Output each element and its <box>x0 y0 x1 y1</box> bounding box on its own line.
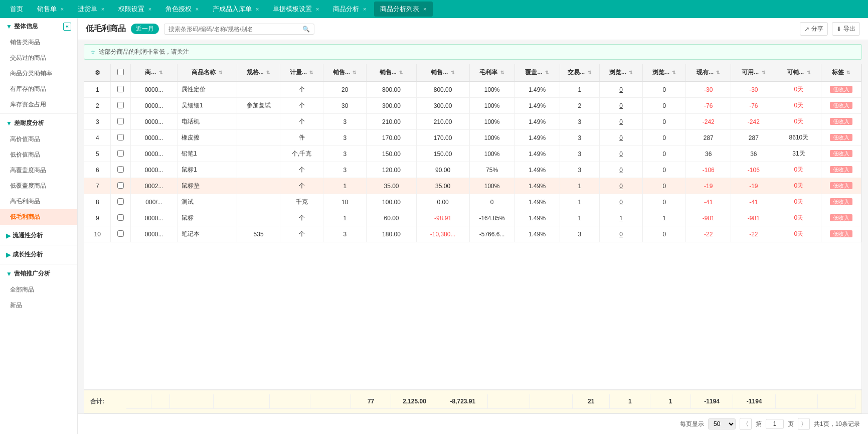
close-sales-order-icon[interactable]: × <box>61 6 64 12</box>
col-available[interactable]: 可用... ⇅ <box>731 64 776 81</box>
col-browse1[interactable]: 浏览... ⇅ <box>600 64 643 81</box>
col-code[interactable]: 商... ⇅ <box>131 64 178 81</box>
nav-permission-settings[interactable]: 权限设置 × <box>112 2 157 17</box>
row-browse1[interactable]: 0 <box>600 98 643 114</box>
browse1-link[interactable]: 0 <box>619 167 623 174</box>
search-input[interactable] <box>168 26 302 33</box>
browse1-link[interactable]: 0 <box>619 231 623 238</box>
close-product-inbound-icon[interactable]: × <box>256 6 259 12</box>
export-button[interactable]: ⬇ 导出 <box>832 22 860 36</box>
row-checkbox-cell[interactable] <box>111 130 131 146</box>
browse1-link[interactable]: 0 <box>619 102 623 109</box>
col-sales3[interactable]: 销售... ⇅ <box>416 64 469 81</box>
page-number-input[interactable] <box>766 419 784 429</box>
search-box[interactable]: 🔍 <box>164 24 314 35</box>
nav-home[interactable]: 首页 <box>4 2 29 17</box>
browse1-link[interactable]: 0 <box>619 183 623 190</box>
select-all-checkbox[interactable] <box>117 69 124 75</box>
row-checkbox-cell[interactable] <box>111 81 131 98</box>
row-checkbox[interactable] <box>117 118 124 124</box>
prev-page-button[interactable]: 〈 <box>740 418 752 430</box>
close-purchase-order-icon[interactable]: × <box>101 6 104 12</box>
sidebar-item-high-coverage[interactable]: 高覆盖度商品 <box>0 163 77 178</box>
row-checkbox-cell[interactable] <box>111 162 131 178</box>
row-checkbox[interactable] <box>117 102 124 108</box>
search-icon[interactable]: 🔍 <box>302 26 310 33</box>
nav-product-inbound[interactable]: 产成品入库单 × <box>207 2 265 17</box>
browse1-link[interactable]: 0 <box>619 199 623 206</box>
sidebar-item-low-margin[interactable]: 低毛利商品 <box>0 209 77 225</box>
row-browse1[interactable]: 1 <box>600 210 643 226</box>
row-browse1[interactable]: 0 <box>600 81 643 98</box>
page-size-select[interactable]: 50 100 200 <box>708 418 736 429</box>
col-checkbox[interactable] <box>111 64 131 81</box>
nav-purchase-order[interactable]: 进货单 × <box>72 2 110 17</box>
sidebar-item-category-assist[interactable]: 商品分类助销率 <box>0 66 77 81</box>
col-saleable[interactable]: 可销... ⇅ <box>776 64 821 81</box>
close-analysis-icon[interactable]: × <box>363 6 366 12</box>
row-checkbox[interactable] <box>117 230 124 237</box>
browse1-link[interactable]: 0 <box>619 118 623 125</box>
row-browse1[interactable]: 0 <box>600 194 643 210</box>
row-checkbox[interactable] <box>117 182 124 189</box>
col-margin[interactable]: 毛利率 ⇅ <box>469 64 514 81</box>
nav-sales-order[interactable]: 销售单 × <box>31 2 70 17</box>
col-name[interactable]: 商品名称 ⇅ <box>177 64 237 81</box>
row-checkbox[interactable] <box>117 150 124 157</box>
sidebar-item-high-value[interactable]: 高价值商品 <box>0 131 77 147</box>
col-sales1[interactable]: 销售... ⇅ <box>323 64 367 81</box>
share-button[interactable]: ↗ 分享 <box>800 22 828 36</box>
row-browse1[interactable]: 0 <box>600 226 643 242</box>
row-checkbox-cell[interactable] <box>111 98 131 114</box>
sidebar-item-new-products[interactable]: 新品 <box>0 298 77 313</box>
row-browse1[interactable]: 0 <box>600 178 643 194</box>
data-table-wrap[interactable]: ⚙ 商... ⇅ 商品名称 ⇅ 规格... ⇅ 计量... ⇅ 销售... ⇅ … <box>84 64 862 390</box>
col-browse2[interactable]: 浏览... ⇅ <box>643 64 686 81</box>
col-spec[interactable]: 规格... ⇅ <box>237 64 280 81</box>
row-browse1[interactable]: 0 <box>600 146 643 162</box>
close-role-auth-icon[interactable]: × <box>196 6 199 12</box>
row-checkbox-cell[interactable] <box>111 194 131 210</box>
row-browse1[interactable]: 0 <box>600 114 643 130</box>
row-checkbox-cell[interactable] <box>111 146 131 162</box>
row-checkbox[interactable] <box>117 166 124 173</box>
row-browse1[interactable]: 0 <box>600 130 643 146</box>
sidebar-item-low-value[interactable]: 低价值商品 <box>0 147 77 163</box>
row-browse1[interactable]: 0 <box>600 162 643 178</box>
row-checkbox-cell[interactable] <box>111 114 131 130</box>
nav-role-auth[interactable]: 角色授权 × <box>159 2 205 17</box>
row-checkbox[interactable] <box>117 214 124 221</box>
browse1-link[interactable]: 0 <box>619 151 623 158</box>
browse1-link[interactable]: 0 <box>619 134 623 141</box>
sidebar-item-low-coverage[interactable]: 低覆盖度商品 <box>0 178 77 194</box>
col-settings[interactable]: ⚙ <box>84 64 111 81</box>
row-checkbox[interactable] <box>117 134 124 140</box>
filter-tag-recent[interactable]: 近一月 <box>131 24 159 34</box>
col-coverage[interactable]: 覆盖... ⇅ <box>514 64 560 81</box>
sidebar-group-overall[interactable]: ▼ 整体信息 « <box>0 18 77 35</box>
browse1-link[interactable]: 1 <box>619 215 623 222</box>
nav-analysis-list[interactable]: 商品分析列表 × <box>374 2 432 17</box>
col-sales2[interactable]: 销售... ⇅ <box>367 64 416 81</box>
sidebar-item-high-margin[interactable]: 高毛利商品 <box>0 194 77 209</box>
sidebar-item-sales-products[interactable]: 销售类商品 <box>0 35 77 50</box>
row-checkbox-cell[interactable] <box>111 226 131 242</box>
nav-template-settings[interactable]: 单据模板设置 × <box>267 2 325 17</box>
close-permission-icon[interactable]: × <box>148 6 151 12</box>
row-checkbox-cell[interactable] <box>111 210 131 226</box>
row-checkbox[interactable] <box>117 86 124 92</box>
sidebar-group-tolerance[interactable]: ▼ 差耐度分析 <box>0 115 77 131</box>
sidebar-item-all-products[interactable]: 全部商品 <box>0 282 77 298</box>
nav-product-analysis[interactable]: 商品分析 × <box>327 2 372 17</box>
sidebar-item-capital[interactable]: 库存资金占用 <box>0 97 77 112</box>
next-page-button[interactable]: 〉 <box>798 418 810 430</box>
sidebar-item-in-stock[interactable]: 有库存的商品 <box>0 81 77 97</box>
col-current[interactable]: 现有... ⇅ <box>686 64 731 81</box>
col-tag[interactable]: 标签 ⇅ <box>821 64 861 81</box>
row-checkbox-cell[interactable] <box>111 178 131 194</box>
browse1-link[interactable]: 0 <box>619 86 623 93</box>
col-trade[interactable]: 交易... ⇅ <box>560 64 599 81</box>
sidebar-group-liquidity[interactable]: ▶ 流通性分析 <box>0 227 77 244</box>
sidebar-item-traded-products[interactable]: 交易过的商品 <box>0 50 77 66</box>
row-checkbox[interactable] <box>117 198 124 205</box>
